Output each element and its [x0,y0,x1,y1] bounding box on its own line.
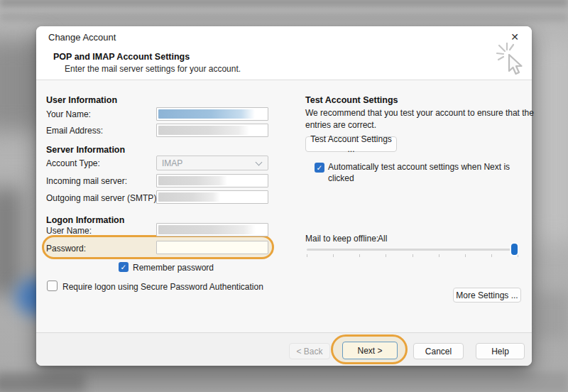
account-type-dropdown[interactable]: IMAP [156,156,268,170]
incoming-server-field[interactable] [156,174,268,187]
backdrop-blur [0,372,568,392]
redacted-value [158,225,256,234]
remember-password-label: Remember password [133,263,214,273]
redacted-value [158,126,249,135]
outgoing-server-label: Outgoing mail server (SMTP): [46,193,159,203]
your-name-field[interactable] [156,107,268,121]
logon-information-heading: Logon Information [46,215,124,225]
password-label: Password: [46,244,86,254]
change-account-dialog: Change Account ✕ POP and IMAP Account Se… [36,26,532,366]
dialog-header: Change Account ✕ POP and IMAP Account Se… [36,26,532,80]
backdrop-blur [529,43,568,241]
page-heading: POP and IMAP Account Settings [53,52,190,62]
require-spa-label: Require logon using Secure Password Auth… [62,282,263,292]
back-button[interactable]: < Back [289,343,330,359]
dialog-title: Change Account [48,32,116,43]
click-cursor-icon [496,43,525,78]
remember-password-checkbox[interactable]: ✓ [119,262,129,272]
slider-ticks [307,254,518,257]
test-account-settings-button[interactable]: Test Account Settings ... [305,136,397,152]
password-field[interactable] [156,241,268,254]
cancel-button[interactable]: Cancel [413,343,464,359]
check-icon: ✓ [121,263,127,271]
next-button[interactable]: Next > [342,342,398,359]
account-type-value: IMAP [162,158,182,168]
mail-offline-value: All [378,234,387,244]
user-information-heading: User Information [46,95,117,105]
backdrop-blur [0,188,21,295]
redacted-value [158,109,255,119]
test-account-settings-description: We recommend that you test your account … [305,107,534,131]
page-subheading: Enter the mail server settings for your … [65,64,241,74]
test-account-settings-heading: Test Account Settings [305,95,398,105]
chevron-down-icon [256,159,263,166]
user-name-field[interactable] [156,223,268,236]
email-address-label: Email Address: [46,126,103,136]
account-type-label: Account Type: [46,158,100,168]
redacted-value [158,192,220,202]
your-name-label: Your Name: [46,109,91,119]
slider-thumb[interactable] [511,244,518,255]
redacted-value [158,176,227,185]
email-address-field[interactable] [156,124,268,137]
backdrop-blur [0,0,568,7]
auto-test-checkbox[interactable]: ✓ [315,163,324,173]
backdrop-blur [534,293,568,339]
backdrop-blur [0,13,568,21]
incoming-server-label: Incoming mail server: [46,176,127,186]
mail-offline-label: Mail to keep offline: [305,234,378,244]
mail-offline-slider[interactable] [307,249,518,251]
backdrop-blur [0,375,85,392]
auto-test-label: Automatically test account settings when… [328,162,514,184]
more-settings-button[interactable]: More Settings ... [453,288,521,303]
server-information-heading: Server Information [46,145,125,155]
help-button[interactable]: Help [476,343,525,359]
outgoing-server-field[interactable] [156,190,268,204]
user-name-label: User Name: [46,226,92,236]
check-icon: ✓ [317,164,323,172]
require-spa-checkbox[interactable] [47,281,58,291]
